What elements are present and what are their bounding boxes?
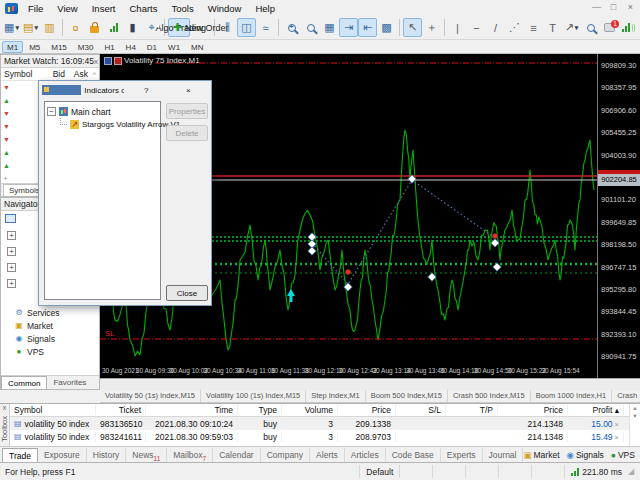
menu-view[interactable]: View	[50, 2, 84, 15]
menu-tools[interactable]: Tools	[164, 2, 200, 15]
notifications-button[interactable]: 1	[600, 18, 619, 37]
collapse-icon[interactable]: −	[47, 107, 56, 116]
timeframe-h4[interactable]: H4	[121, 41, 141, 53]
chart-tab[interactable]: Crash 1000 Index,M5	[612, 390, 640, 402]
tree-expand-icon[interactable]: +	[7, 247, 16, 256]
menu-window[interactable]: Window	[201, 2, 249, 15]
quicklink-signals[interactable]: ◉Signals	[567, 450, 604, 460]
data-window-button[interactable]	[85, 18, 104, 37]
tile-windows-button[interactable]: ▦	[320, 18, 339, 37]
indicators-button[interactable]: ▩	[377, 18, 396, 37]
quicklink-vps[interactable]: ●VPS	[611, 450, 635, 460]
new-chart-button[interactable]: ▦▾	[2, 18, 21, 37]
arrows-tool-button[interactable]: ↗▾	[562, 18, 581, 37]
toolbox-tab-code-base[interactable]: Code Base	[386, 448, 441, 462]
column-symbol[interactable]: Symbol	[10, 405, 96, 415]
column-ask[interactable]: Ask	[67, 69, 90, 79]
navigator-item-market[interactable]: ▣Market	[1, 319, 99, 332]
column-price[interactable]: Price	[498, 405, 568, 415]
menu-help[interactable]: Help	[248, 2, 282, 15]
timeframe-w1[interactable]: W1	[163, 41, 185, 53]
close-button[interactable]: ×	[623, 1, 638, 13]
chart-tab[interactable]: Boom 1000 Index,H1	[531, 390, 612, 402]
column-s-l[interactable]: S/L	[396, 405, 446, 415]
navigator-item-services[interactable]: ⚙Services	[1, 306, 99, 319]
toolbox-tab-alerts[interactable]: Alerts	[310, 448, 345, 462]
toolbox-close-icon[interactable]: x	[0, 404, 9, 411]
tree-item-main-chart[interactable]: − Main chart	[47, 105, 158, 118]
timeframe-h1[interactable]: H1	[99, 41, 119, 53]
zoom-in-button[interactable]: +	[282, 18, 301, 37]
toolbox-tab-exposure[interactable]: Exposure	[38, 448, 87, 462]
chart-tab[interactable]: Volatility 50 (1s) Index,M15	[100, 390, 201, 402]
column-ticket[interactable]: Ticket	[96, 405, 146, 415]
indicator-tree[interactable]: − Main chart ↗ Stargogs Volatility Arrow…	[44, 101, 161, 300]
price-axis[interactable]: 902204.85 909809.30908357.95906906.60905…	[597, 54, 640, 378]
chart-tab[interactable]: Step Index,M1	[306, 390, 365, 402]
column-profit[interactable]: Profit ▴	[568, 405, 624, 415]
timeframe-m1[interactable]: M1	[2, 41, 23, 53]
auto-scroll-button[interactable]: ⇥	[339, 18, 358, 37]
menu-insert[interactable]: Insert	[85, 2, 123, 15]
crosshair-button[interactable]: ＋	[422, 18, 441, 37]
navigator-item-vps[interactable]: ●VPS	[1, 345, 99, 358]
chart-shift-button[interactable]: ⇤	[358, 18, 377, 37]
market-watch-close-icon[interactable]: x	[94, 57, 98, 66]
scroll-up-icon[interactable]: ▴	[633, 404, 636, 411]
timeframe-m30[interactable]: M30	[73, 41, 99, 53]
menu-charts[interactable]: Charts	[123, 2, 165, 15]
channel-button[interactable]: ≡	[524, 18, 543, 37]
profiles-button[interactable]: ▤▾	[21, 18, 40, 37]
restore-button[interactable]: □	[606, 1, 621, 13]
tab-favorites[interactable]: Favorites	[47, 376, 92, 389]
horizontal-scrollbar[interactable]	[100, 378, 640, 390]
close-position-icon[interactable]: ×	[613, 433, 619, 442]
trade-row[interactable]: ▤volatility 50 index9832416112021.08.30 …	[10, 430, 629, 443]
templates-button[interactable]: ▥	[40, 18, 59, 37]
column-volume[interactable]: Volume	[282, 405, 338, 415]
trendline-button[interactable]: /	[486, 18, 505, 37]
timeframe-m5[interactable]: M5	[24, 41, 45, 53]
column-t-p[interactable]: T/P	[446, 405, 498, 415]
scroll-down-icon[interactable]: ▾	[633, 412, 636, 419]
horizontal-line-button[interactable]: −	[467, 18, 486, 37]
dialog-title-bar[interactable]: Indicators on Volatility 75 Index,M1 ? ×	[39, 81, 211, 99]
candle-chart-type-button[interactable]: ◫	[237, 18, 256, 37]
line-chart-type-button[interactable]: ≈	[256, 18, 275, 37]
account-icon[interactable]	[5, 214, 16, 223]
market-watch-button[interactable]: ¤	[66, 18, 85, 37]
toolbox-tab-calendar[interactable]: Calendar	[213, 448, 261, 462]
trade-row[interactable]: ▤volatility 50 index9831365102021.08.30 …	[10, 417, 629, 430]
toolbox-scrollbar[interactable]: ▴ ▾	[629, 404, 640, 446]
navigator-item-signals[interactable]: ◉Signals	[1, 332, 99, 345]
column-bid[interactable]: Bid	[44, 69, 67, 79]
tab-common[interactable]: Common	[1, 376, 47, 389]
navigator-button[interactable]	[104, 18, 123, 37]
timeframe-m15[interactable]: M15	[46, 41, 72, 53]
timeframe-d1[interactable]: D1	[142, 41, 162, 53]
cursor-button[interactable]: ↖	[403, 18, 422, 37]
tree-expand-icon[interactable]: +	[7, 231, 16, 240]
vertical-line-button[interactable]: |	[448, 18, 467, 37]
dialog-close-button[interactable]: ×	[169, 84, 208, 97]
delete-button[interactable]: Delete	[166, 125, 208, 141]
column-time[interactable]: Time	[146, 405, 238, 415]
text-tool-button[interactable]: T	[543, 18, 562, 37]
toolbox-tab-company[interactable]: Company	[261, 448, 310, 462]
column-type[interactable]: Type	[238, 405, 282, 415]
chart-tab[interactable]: Volatility 100 (1s) Index,M15	[201, 390, 306, 402]
menu-file[interactable]: File	[21, 2, 50, 15]
fibonacci-button[interactable]: ⋰	[505, 18, 524, 37]
chart-tab[interactable]: Boom 500 Index,M15	[366, 390, 448, 402]
scroll-up-icon[interactable]: ^	[90, 71, 99, 78]
status-profile[interactable]: Default	[359, 465, 399, 478]
toolbox-tab-trade[interactable]: Trade	[2, 448, 38, 462]
toolbox-tab-journal[interactable]: Journal	[483, 448, 524, 462]
tree-item-indicator[interactable]: ↗ Stargogs Volatility Arrow V1	[47, 118, 158, 131]
dialog-help-button[interactable]: ?	[127, 84, 166, 97]
connection-status[interactable]	[619, 18, 638, 37]
minimize-button[interactable]: —	[589, 1, 604, 13]
tree-expand-icon[interactable]: +	[7, 279, 16, 288]
chart-tab[interactable]: Crash 500 Index,M15	[448, 390, 531, 402]
resize-grip[interactable]: ◢	[628, 467, 640, 476]
